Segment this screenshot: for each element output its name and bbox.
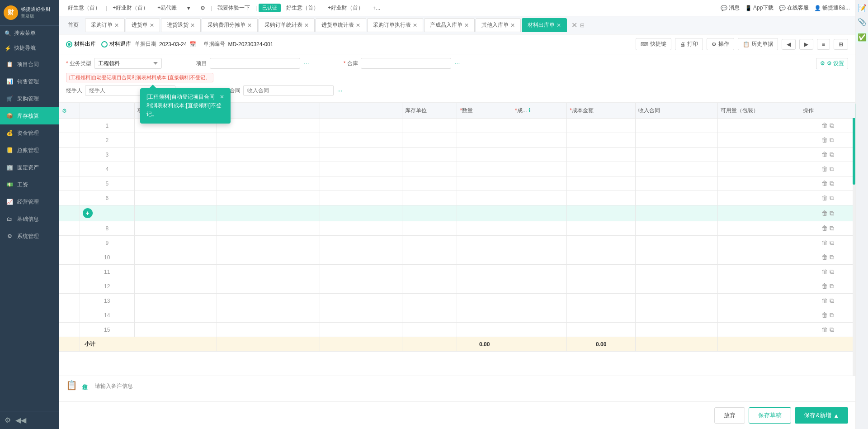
tooltip-close-btn[interactable]: ✕: [220, 93, 224, 101]
row-delete-btn-9[interactable]: 🗑: [821, 239, 828, 247]
row-delete-btn-2[interactable]: 🗑: [821, 136, 828, 144]
row-cost-2[interactable]: [512, 133, 566, 148]
row-available-2[interactable]: [718, 133, 800, 148]
right-sidebar-icon-3[interactable]: ✅: [856, 32, 868, 43]
tab-incoming-stats[interactable]: 进货单统计表 ✕: [316, 18, 366, 32]
row-project-6[interactable]: [134, 191, 217, 205]
row-cost-amt-6[interactable]: [567, 191, 636, 205]
row-spec-15[interactable]: [320, 323, 402, 337]
sidebar-item-finance[interactable]: 💰 资金管理: [0, 124, 59, 142]
row-delete-btn-6[interactable]: 🗑: [821, 194, 828, 202]
row-project-9[interactable]: [134, 236, 217, 250]
row-cost-amt-9[interactable]: [567, 236, 636, 250]
row-cost-13[interactable]: [512, 294, 566, 308]
search-menu[interactable]: 🔍 搜索菜单: [0, 26, 59, 41]
row-contract-7[interactable]: [636, 205, 718, 221]
row-delete-btn-10[interactable]: 🗑: [821, 253, 828, 261]
online-service-action[interactable]: 💬 在线客服: [779, 4, 809, 12]
income-contract-dots-btn[interactable]: ···: [337, 87, 343, 94]
tab-purchase-expense[interactable]: 采购费用分摊单 ✕: [202, 18, 258, 32]
row-material-7[interactable]: [217, 205, 320, 221]
row-cost-amt-2[interactable]: [567, 133, 636, 148]
row-delete-btn-14[interactable]: 🗑: [821, 311, 828, 319]
row-unit-1[interactable]: [402, 119, 457, 133]
row-material-input-7[interactable]: [220, 210, 317, 216]
collapse-sidebar-btn[interactable]: ◀◀: [15, 416, 26, 424]
income-contract-input[interactable]: [243, 85, 334, 96]
row-delete-btn-3[interactable]: 🗑: [821, 151, 828, 158]
row-copy-btn-13[interactable]: ⧉: [830, 297, 834, 305]
note-input[interactable]: [92, 380, 848, 398]
row-unit-12[interactable]: [402, 279, 457, 294]
row-cost-4[interactable]: [512, 162, 566, 176]
row-spec-11[interactable]: [320, 265, 402, 279]
row-material-5[interactable]: [217, 176, 320, 191]
row-material-12[interactable]: [217, 279, 320, 294]
row-contract-6[interactable]: [636, 191, 718, 205]
row-qty-10[interactable]: [457, 250, 512, 265]
row-project-12[interactable]: [134, 279, 217, 294]
topnav-settings-gear[interactable]: ⚙: [197, 3, 209, 13]
next-btn[interactable]: ▶: [799, 39, 813, 50]
row-contract-12[interactable]: [636, 279, 718, 294]
row-spec-6[interactable]: [320, 191, 402, 205]
row-copy-btn-6[interactable]: ⧉: [830, 194, 834, 202]
row-unit-5[interactable]: [402, 176, 457, 191]
row-qty-2[interactable]: [457, 133, 512, 148]
row-spec-7[interactable]: [320, 205, 402, 221]
tab-close-purchase-exec[interactable]: ✕: [413, 22, 417, 29]
row-available-15[interactable]: [718, 323, 800, 337]
row-delete-btn-15[interactable]: 🗑: [821, 326, 828, 334]
tab-return-goods[interactable]: 进货退货 ✕: [161, 18, 201, 32]
row-copy-btn-2[interactable]: ⧉: [830, 136, 834, 144]
row-cost-amt-15[interactable]: [567, 323, 636, 337]
row-qty-14[interactable]: [457, 308, 512, 323]
row-material-11[interactable]: [217, 265, 320, 279]
tab-incoming-goods[interactable]: 进货单 ✕: [126, 18, 160, 32]
tab-close-purchase-expense[interactable]: ✕: [247, 22, 252, 29]
tab-purchase-order[interactable]: 采购订单 ✕: [85, 18, 125, 32]
row-copy-btn-14[interactable]: ⧉: [830, 311, 834, 319]
business-type-select[interactable]: 工程领料 直接领料: [94, 58, 162, 69]
row-cost-8[interactable]: [512, 221, 566, 236]
sidebar-item-project[interactable]: 📋 项目合同: [0, 56, 59, 73]
warehouse-dots-btn[interactable]: ···: [455, 60, 460, 67]
row-material-6[interactable]: [217, 191, 320, 205]
row-copy-btn-11[interactable]: ⧉: [830, 268, 834, 276]
row-unit-4[interactable]: [402, 162, 457, 176]
topnav-hao-yeyi[interactable]: +好业财（首）: [109, 2, 152, 14]
row-delete-btn-8[interactable]: 🗑: [821, 224, 828, 232]
tab-close-incoming-stats[interactable]: ✕: [356, 22, 360, 29]
row-available-4[interactable]: [718, 162, 800, 176]
th-settings[interactable]: ⚙: [59, 103, 80, 119]
row-project-14[interactable]: [134, 308, 217, 323]
row-cost-amt-11[interactable]: [567, 265, 636, 279]
row-contract-4[interactable]: [636, 162, 718, 176]
row-delete-btn-1[interactable]: 🗑: [821, 122, 828, 129]
row-available-11[interactable]: [718, 265, 800, 279]
row-cost-1[interactable]: [512, 119, 566, 133]
row-material-14[interactable]: [217, 308, 320, 323]
row-copy-btn-4[interactable]: ⧉: [830, 165, 834, 173]
row-available-12[interactable]: [718, 279, 800, 294]
row-cost-5[interactable]: [512, 176, 566, 191]
vertical-scrollbar[interactable]: [853, 103, 855, 376]
row-available-7[interactable]: [718, 205, 800, 221]
row-material-1[interactable]: [217, 119, 320, 133]
row-qty-15[interactable]: [457, 323, 512, 337]
row-contract-1[interactable]: [636, 119, 718, 133]
row-copy-btn-10[interactable]: ⧉: [830, 253, 834, 261]
row-copy-btn-8[interactable]: ⧉: [830, 224, 834, 232]
row-qty-11[interactable]: [457, 265, 512, 279]
row-unit-14[interactable]: [402, 308, 457, 323]
sidebar-item-system[interactable]: ⚙ 系统管理: [0, 228, 59, 245]
row-material-2[interactable]: [217, 133, 320, 148]
warehouse-input[interactable]: [361, 58, 451, 69]
row-contract-8[interactable]: [636, 221, 718, 236]
sidebar-item-assets[interactable]: 🏢 固定资产: [0, 159, 59, 176]
add-row-btn[interactable]: +: [83, 208, 93, 218]
row-unit-11[interactable]: [402, 265, 457, 279]
row-unit-3[interactable]: [402, 148, 457, 162]
row-cost-amt-14[interactable]: [567, 308, 636, 323]
row-project-input-7[interactable]: [137, 210, 214, 216]
